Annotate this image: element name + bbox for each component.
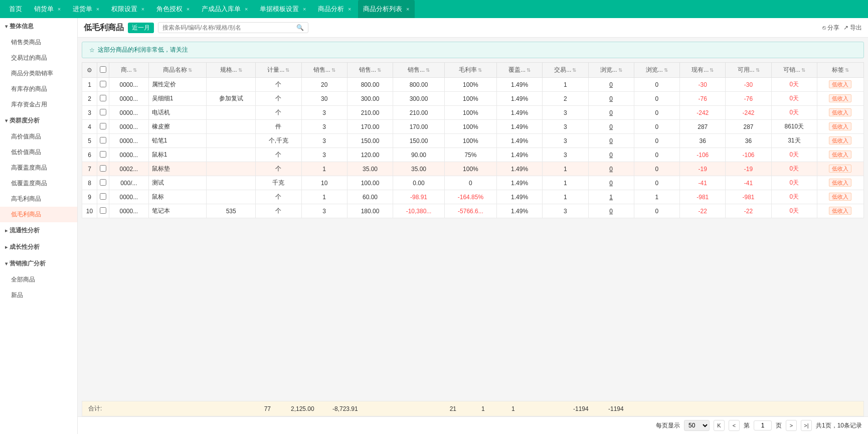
last-page-button[interactable]: >| — [801, 420, 812, 431]
col-trade[interactable]: 交易...⇅ — [543, 63, 588, 78]
row-view1[interactable]: 1 — [588, 190, 634, 204]
table-row[interactable]: 4 0000... 橡皮擦 件 3 170.00 170.00 100% 1.4… — [82, 120, 864, 134]
nav-permission[interactable]: 权限设置 × — [106, 0, 149, 18]
close-icon[interactable]: × — [303, 6, 306, 12]
sidebar-item-high-coverage[interactable]: 高覆盖度商品 — [0, 160, 77, 176]
table-row[interactable]: 7 0002... 鼠标垫 个 1 35.00 35.00 100% 1.49%… — [82, 162, 864, 176]
row-checkbox[interactable] — [97, 204, 109, 218]
row-checkbox[interactable] — [97, 148, 109, 162]
col-checkbox[interactable] — [97, 63, 109, 78]
row-view1[interactable]: 0 — [588, 134, 634, 148]
nav-sales[interactable]: 销货单 × — [29, 0, 66, 18]
table-row[interactable]: 9 0000... 鼠标 个 1 60.00 -98.91 -164.85% 1… — [82, 190, 864, 204]
col-available[interactable]: 可用...⇅ — [726, 63, 771, 78]
row-select-checkbox[interactable] — [100, 95, 106, 101]
close-icon[interactable]: × — [245, 6, 248, 12]
date-badge[interactable]: 近一月 — [128, 23, 154, 33]
row-checkbox[interactable] — [97, 92, 109, 106]
table-row[interactable]: 8 000/... 测试 千克 10 100.00 0.00 0 1.49% 1… — [82, 176, 864, 190]
per-page-select[interactable]: 50 100 200 — [684, 420, 710, 431]
sidebar-group-marketing[interactable]: ▾ 营销推广分析 — [0, 255, 77, 272]
col-code[interactable]: 商...⇅ — [109, 63, 149, 78]
col-sales-price[interactable]: 销售...⇅ — [347, 63, 393, 78]
close-icon[interactable]: × — [406, 6, 409, 12]
row-select-checkbox[interactable] — [100, 193, 106, 200]
row-select-checkbox[interactable] — [100, 137, 106, 143]
col-current[interactable]: 现有...⇅ — [680, 63, 726, 78]
next-page-button[interactable]: > — [786, 420, 797, 431]
sidebar-item-high-margin[interactable]: 高毛利商品 — [0, 191, 77, 207]
close-icon[interactable]: × — [141, 6, 144, 12]
col-view1[interactable]: 浏览...⇅ — [588, 63, 634, 78]
col-coverage[interactable]: 覆盖...⇅ — [496, 63, 542, 78]
sidebar-item-traded-products[interactable]: 交易过的商品 — [0, 50, 77, 66]
row-select-checkbox[interactable] — [100, 179, 106, 186]
col-margin[interactable]: 毛利率⇅ — [444, 63, 496, 78]
row-select-checkbox[interactable] — [100, 109, 106, 115]
page-number-input[interactable] — [754, 420, 772, 430]
table-row[interactable]: 6 0000... 鼠标1 个 3 120.00 90.00 75% 1.49%… — [82, 148, 864, 162]
col-view2[interactable]: 浏览...⇅ — [634, 63, 679, 78]
row-select-checkbox[interactable] — [100, 81, 106, 87]
row-view1[interactable]: 0 — [588, 92, 634, 106]
row-view1[interactable]: 0 — [588, 162, 634, 176]
sidebar-item-in-stock[interactable]: 有库存的商品 — [0, 81, 77, 97]
row-checkbox[interactable] — [97, 78, 109, 92]
sidebar-item-all-products[interactable]: 全部商品 — [0, 272, 77, 287]
table-container[interactable]: ⚙ 商...⇅ 商品名称⇅ 规格...⇅ 计量...⇅ 销售...⇅ 销售...… — [82, 62, 864, 401]
col-spec[interactable]: 规格...⇅ — [207, 63, 256, 78]
close-icon[interactable]: × — [187, 6, 190, 12]
nav-role[interactable]: 角色授权 × — [151, 0, 195, 18]
search-box[interactable]: 🔍 — [158, 22, 308, 33]
row-view1[interactable]: 0 — [588, 78, 634, 92]
first-page-button[interactable]: K — [714, 420, 725, 431]
row-view1[interactable]: 0 — [588, 176, 634, 190]
sidebar-group-cluster[interactable]: ▾ 类群度分析 — [0, 112, 77, 129]
row-checkbox[interactable] — [97, 176, 109, 190]
col-settings[interactable]: ⚙ — [82, 63, 97, 78]
row-checkbox[interactable] — [97, 162, 109, 176]
col-name[interactable]: 商品名称⇅ — [148, 63, 206, 78]
col-sales-amount[interactable]: 销售...⇅ — [393, 63, 445, 78]
sidebar-item-low-value[interactable]: 低价值商品 — [0, 144, 77, 160]
close-icon[interactable]: × — [96, 6, 99, 12]
col-tag[interactable]: 标签⇅ — [817, 63, 863, 78]
nav-template[interactable]: 单据模板设置 × — [255, 0, 311, 18]
nav-product-analysis-list[interactable]: 商品分析列表 × — [358, 0, 414, 18]
select-all-checkbox[interactable] — [100, 66, 106, 73]
sidebar-group-growth[interactable]: ▸ 成长性分析 — [0, 239, 77, 255]
table-row[interactable]: 5 0000... 铅笔1 个,千克 3 150.00 150.00 100% … — [82, 134, 864, 148]
row-select-checkbox[interactable] — [100, 151, 106, 158]
row-view1[interactable]: 0 — [588, 120, 634, 134]
row-view1[interactable]: 0 — [588, 148, 634, 162]
sidebar-item-category-rate[interactable]: 商品分类助销率 — [0, 66, 77, 81]
sidebar-item-capital[interactable]: 库存资金占用 — [0, 97, 77, 112]
row-select-checkbox[interactable] — [100, 165, 106, 172]
row-checkbox[interactable] — [97, 134, 109, 148]
sidebar-group-liquidity[interactable]: ▸ 流通性分析 — [0, 222, 77, 239]
sidebar-item-new-products[interactable]: 新品 — [0, 287, 77, 303]
prev-page-button[interactable]: < — [729, 420, 740, 431]
row-view1[interactable]: 0 — [588, 204, 634, 218]
table-row[interactable]: 10 0000... 笔记本 535 个 3 180.00 -10,380...… — [82, 204, 864, 218]
nav-purchase[interactable]: 进货单 × — [68, 0, 104, 18]
table-row[interactable]: 2 0000... 吴细细1 参加复试 个 30 300.00 300.00 1… — [82, 92, 864, 106]
sidebar-item-high-value[interactable]: 高价值商品 — [0, 129, 77, 144]
row-checkbox[interactable] — [97, 120, 109, 134]
table-row[interactable]: 1 0000... 属性定价 个 20 800.00 800.00 100% 1… — [82, 78, 864, 92]
export-button[interactable]: ↗ 导出 — [843, 24, 862, 32]
sidebar-item-low-margin[interactable]: 低毛利商品 — [0, 207, 77, 222]
share-button[interactable]: ⎋ 分享 — [822, 24, 839, 32]
close-icon[interactable]: × — [348, 6, 351, 12]
row-select-checkbox[interactable] — [100, 207, 106, 214]
row-select-checkbox[interactable] — [100, 123, 106, 129]
col-sales-qty[interactable]: 销售...⇅ — [301, 63, 347, 78]
sidebar-item-low-coverage[interactable]: 低覆盖度商品 — [0, 176, 77, 191]
sidebar-item-sales-products[interactable]: 销售类商品 — [0, 35, 77, 50]
row-checkbox[interactable] — [97, 106, 109, 120]
nav-product-analysis[interactable]: 商品分析 × — [313, 0, 356, 18]
table-row[interactable]: 3 0000... 电话机 个 3 210.00 210.00 100% 1.4… — [82, 106, 864, 120]
row-view1[interactable]: 0 — [588, 106, 634, 120]
search-input[interactable] — [162, 24, 294, 31]
close-icon[interactable]: × — [58, 6, 61, 12]
